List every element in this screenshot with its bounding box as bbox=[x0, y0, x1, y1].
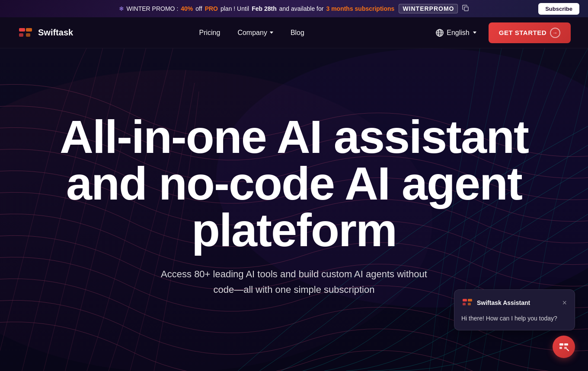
promo-percent: 40% bbox=[181, 5, 193, 12]
chat-popup-title-area: Swiftask Assistant bbox=[461, 297, 530, 309]
promo-plan-text: plan ! Until bbox=[220, 5, 249, 12]
chat-assistant-name: Swiftask Assistant bbox=[477, 299, 530, 306]
hero-title: All-in-one AI assistant and no-code AI a… bbox=[56, 114, 532, 254]
snowflake-icon: ❄ bbox=[119, 5, 124, 12]
chat-message: Hi there! How can I help you today? bbox=[461, 314, 568, 323]
svg-rect-16 bbox=[559, 343, 563, 346]
chat-widget: Swiftask Assistant × Hi there! How can I… bbox=[454, 289, 575, 358]
svg-rect-13 bbox=[463, 303, 466, 305]
nav-pricing[interactable]: Pricing bbox=[192, 25, 227, 40]
navbar: Swiftask Pricing Company Blog English bbox=[0, 17, 588, 48]
svg-rect-1 bbox=[19, 28, 25, 32]
promo-months: 3 months subscriptions bbox=[326, 5, 394, 12]
svg-rect-4 bbox=[26, 33, 30, 37]
chat-fab-button[interactable] bbox=[553, 336, 575, 358]
promo-code[interactable]: WINTERPROMO bbox=[399, 4, 458, 13]
svg-rect-12 bbox=[463, 299, 467, 301]
chat-popup-header: Swiftask Assistant × bbox=[461, 297, 568, 309]
nav-links: Pricing Company Blog bbox=[192, 25, 311, 40]
language-label: English bbox=[447, 29, 469, 37]
language-chevron-icon bbox=[473, 32, 476, 34]
promo-available-text: and available for bbox=[279, 5, 324, 12]
promo-prefix: WINTER PROMO : bbox=[127, 5, 179, 12]
get-started-label: GET STARTED bbox=[499, 29, 546, 36]
svg-rect-0 bbox=[464, 7, 468, 11]
promo-plan-label: PRO bbox=[205, 5, 218, 12]
svg-rect-17 bbox=[559, 347, 562, 349]
promo-date: Feb 28th bbox=[252, 5, 277, 12]
language-selector[interactable]: English bbox=[430, 25, 481, 41]
globe-icon bbox=[435, 29, 444, 37]
subscribe-button[interactable]: Subscribe bbox=[538, 3, 579, 15]
chat-fab-icon bbox=[558, 341, 569, 352]
logo-area[interactable]: Swiftask bbox=[17, 25, 73, 41]
get-started-button[interactable]: GET STARTED → bbox=[489, 22, 571, 43]
chat-popup: Swiftask Assistant × Hi there! How can I… bbox=[454, 289, 575, 330]
svg-rect-3 bbox=[26, 28, 32, 32]
company-chevron-icon bbox=[270, 32, 273, 34]
logo-icon bbox=[17, 25, 34, 41]
chat-close-button[interactable]: × bbox=[561, 298, 568, 308]
svg-rect-15 bbox=[468, 303, 471, 305]
chat-logo-icon bbox=[461, 297, 473, 309]
logo-text: Swiftask bbox=[38, 28, 73, 38]
promo-banner: ❄ WINTER PROMO : 40% off PRO plan ! Unti… bbox=[0, 0, 588, 17]
copy-icon[interactable] bbox=[462, 5, 469, 13]
svg-rect-14 bbox=[468, 299, 472, 301]
nav-right: English GET STARTED → bbox=[430, 22, 571, 43]
hero-content: All-in-one AI assistant and no-code AI a… bbox=[56, 114, 532, 297]
nav-blog[interactable]: Blog bbox=[284, 25, 311, 40]
nav-company[interactable]: Company bbox=[230, 25, 280, 40]
get-started-arrow-icon: → bbox=[550, 28, 560, 38]
hero-subtitle: Access 80+ leading AI tools and build cu… bbox=[156, 266, 432, 297]
svg-rect-19 bbox=[564, 347, 567, 349]
svg-rect-18 bbox=[564, 343, 568, 346]
promo-off-text: off bbox=[195, 5, 202, 12]
svg-rect-2 bbox=[19, 33, 23, 37]
